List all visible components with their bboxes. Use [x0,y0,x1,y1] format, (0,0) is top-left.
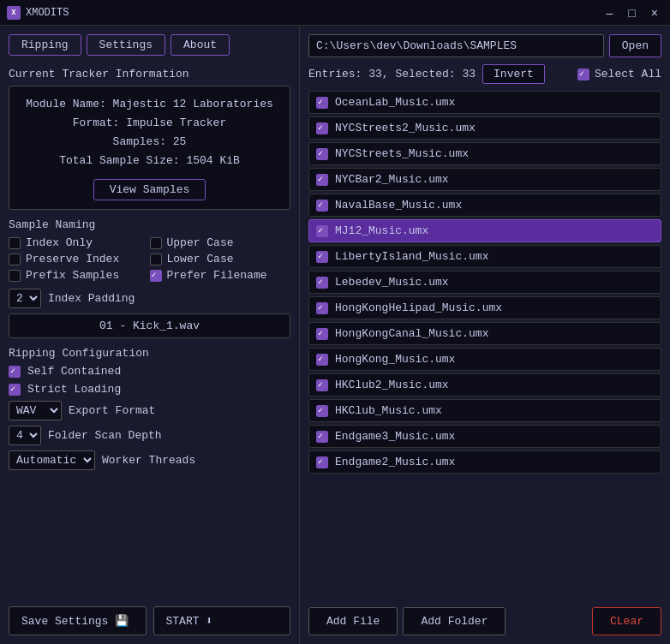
samples-count: Samples: 25 [18,133,281,152]
file-item-checkbox[interactable] [316,251,328,263]
lower-case-checkbox[interactable] [150,253,162,265]
folder-scan-depth-select[interactable]: 12345 [9,426,41,445]
file-item-name: HongKongCanal_Music.umx [335,327,488,340]
file-list-item[interactable]: NYCStreets2_Music.umx [308,116,661,140]
view-samples-button[interactable]: View Samples [93,179,206,200]
file-item-name: HongKongHelipad_Music.umx [335,301,502,314]
file-item-checkbox[interactable] [316,200,328,212]
self-contained-checkbox[interactable] [9,366,21,378]
close-button[interactable]: × [646,7,663,19]
preserve-index-checkbox[interactable] [9,253,21,265]
select-all-checkbox[interactable] [577,69,589,80]
file-list-item[interactable]: NYCBar2_Music.umx [308,168,661,191]
file-item-checkbox[interactable] [316,97,328,109]
tab-settings[interactable]: Settings [87,34,165,56]
sample-naming-section: Sample Naming Index Only Upper Case Pres… [9,218,290,338]
file-item-name: NYCBar2_Music.umx [335,173,449,186]
tracker-info-box: Module Name: Majestic 12 Laboratories Fo… [9,86,290,210]
index-padding-row: 2134 Index Padding [9,289,290,308]
tab-ripping[interactable]: Ripping [9,34,81,56]
total-size: Total Sample Size: 1504 KiB [18,152,281,170]
worker-threads-select[interactable]: Automatic1248 [9,450,95,470]
file-list-item[interactable]: LibertyIsland_Music.umx [308,245,661,268]
maximize-button[interactable]: □ [623,7,640,19]
file-list: OceanLab_Music.umxNYCStreets2_Music.umxN… [308,91,661,600]
file-item-name: OceanLab_Music.umx [335,96,455,109]
ripping-config-section: Ripping Configuration Self Contained Str… [9,347,290,475]
file-item-name: HKClub2_Music.umx [335,379,449,391]
app-icon: X [7,6,21,20]
file-item-checkbox[interactable] [316,302,328,314]
file-list-item[interactable]: HKClub_Music.umx [308,399,661,422]
file-item-name: Endgame3_Music.umx [335,430,455,443]
file-item-checkbox[interactable] [316,431,328,443]
file-list-item[interactable]: MJ12_Music.umx [308,219,661,242]
add-file-button[interactable]: Add File [308,607,398,635]
title-bar: X XMODITS – □ × [0,0,670,26]
ripping-config-label: Ripping Configuration [9,347,290,360]
strict-loading-row: Strict Loading [9,383,290,396]
format: Format: Impulse Tracker [18,114,281,133]
save-settings-button[interactable]: Save Settings 💾 [9,606,147,635]
clear-button[interactable]: CLear [592,607,661,635]
tab-about[interactable]: About [170,34,230,56]
file-list-item[interactable]: HongKong_Music.umx [308,348,661,371]
export-format-select[interactable]: WAVFLACOGG [9,401,62,420]
sample-naming-checkboxes: Index Only Upper Case Preserve Index Low… [9,236,290,282]
add-folder-button[interactable]: Add Folder [403,607,505,635]
left-panel: Ripping Settings About Current Tracker I… [0,26,300,644]
prefix-samples-checkbox[interactable] [9,270,21,282]
file-list-item[interactable]: Lebedev_Music.umx [308,271,661,294]
invert-button[interactable]: Invert [482,64,545,84]
index-padding-select[interactable]: 2134 [9,289,41,308]
window-controls: – □ × [601,7,663,19]
file-item-checkbox[interactable] [316,405,328,417]
index-only-label: Index Only [26,236,93,249]
strict-loading-checkbox[interactable] [9,384,21,396]
file-list-item[interactable]: Endgame2_Music.umx [308,450,661,474]
file-item-checkbox[interactable] [316,225,328,237]
start-button[interactable]: START ⬇ [153,606,291,635]
file-item-checkbox[interactable] [316,456,328,468]
folder-scan-depth-label: Folder Scan Depth [48,429,162,442]
file-list-item[interactable]: NavalBase_Music.umx [308,194,661,217]
file-item-checkbox[interactable] [316,148,328,160]
file-list-item[interactable]: HongKongHelipad_Music.umx [308,296,661,319]
prefix-samples-row: Prefix Samples [9,269,150,282]
file-item-checkbox[interactable] [316,354,328,366]
file-list-item[interactable]: Endgame3_Music.umx [308,425,661,448]
prefer-filename-label: Prefer Filename [167,269,267,282]
file-list-item[interactable]: NYCStreets_Music.umx [308,142,661,165]
file-list-item[interactable]: HongKongCanal_Music.umx [308,322,661,345]
export-format-row: WAVFLACOGG Export Format [9,401,290,420]
index-only-checkbox[interactable] [9,237,21,249]
module-name: Module Name: Majestic 12 Laboratories [18,95,281,114]
bottom-buttons-left: Save Settings 💾 START ⬇ [9,606,290,635]
file-item-checkbox[interactable] [316,379,328,391]
upper-case-checkbox[interactable] [150,237,162,249]
sample-preview: 01 - Kick_1.wav [9,313,290,338]
prefer-filename-checkbox[interactable] [150,270,162,282]
file-item-name: Lebedev_Music.umx [335,276,449,289]
select-all-label: Select All [595,68,661,80]
worker-threads-row: Automatic1248 Worker Threads [9,450,290,470]
entries-row: Entries: 33, Selected: 33 Invert Select … [308,64,661,84]
tracker-info-section: Current Tracker Information Module Name:… [9,68,290,210]
self-contained-label: Self Contained [27,365,121,378]
folder-scan-depth-row: 12345 Folder Scan Depth [9,426,290,445]
minimize-button[interactable]: – [601,7,619,19]
path-row: Open [308,34,661,57]
sample-naming-label: Sample Naming [9,218,290,231]
prefix-samples-label: Prefix Samples [26,269,119,282]
file-item-checkbox[interactable] [316,122,328,134]
path-input[interactable] [308,34,604,57]
worker-threads-label: Worker Threads [102,454,195,467]
file-item-checkbox[interactable] [316,328,328,340]
file-item-checkbox[interactable] [316,174,328,186]
file-item-checkbox[interactable] [316,277,328,289]
file-item-name: HongKong_Music.umx [335,353,455,366]
open-button[interactable]: Open [609,34,661,57]
file-list-item[interactable]: OceanLab_Music.umx [308,91,661,114]
file-item-name: Endgame2_Music.umx [335,456,455,468]
file-list-item[interactable]: HKClub2_Music.umx [308,373,661,397]
